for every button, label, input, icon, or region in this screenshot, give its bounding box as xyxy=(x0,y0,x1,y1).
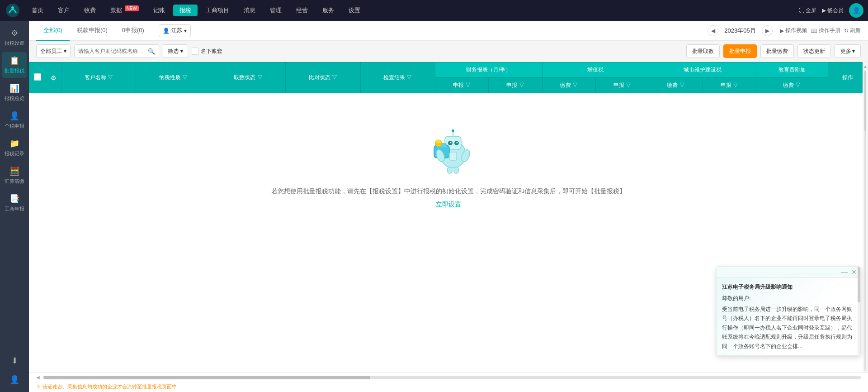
col-compare-status: 比对状态 ▽ xyxy=(286,62,360,93)
fetch-status-filter-icon[interactable]: ▽ xyxy=(257,74,263,81)
refresh-btn[interactable]: ↻ 刷新 xyxy=(844,27,861,34)
data-table: ⚙ 客户名称 ▽ 纳税性质 ▽ 取数状态 ▽ 比对状态 ▽ xyxy=(29,62,868,236)
empty-state: 若您想使用批量报税功能，请先在【报税设置】中进行报税的初始化设置，完成密码验证和… xyxy=(29,93,868,236)
svg-point-6 xyxy=(450,142,452,143)
col-edu-pay: 缴费 ▽ xyxy=(756,78,828,93)
toolbar-right-buttons: 批量取数 批量申报 批量缴费 状态更新 更多 ▾ xyxy=(686,44,861,58)
tax-overview-icon: 📊 xyxy=(9,83,19,93)
nav-invoice[interactable]: 票据 NEW xyxy=(104,4,145,16)
account-checkbox-label[interactable]: 名下账套 xyxy=(192,48,222,55)
more-btn[interactable]: 更多 ▾ xyxy=(835,44,861,58)
person-icon: 👤 xyxy=(163,28,170,34)
notification-close-btn[interactable]: ✕ xyxy=(851,268,857,276)
operation-video-btn[interactable]: ▶ 操作视频 xyxy=(780,27,807,34)
col-edu-declare: 申报 ▽ xyxy=(703,78,756,93)
tax-settings-icon: ⚙ xyxy=(11,28,18,38)
urban-pay-filter-icon[interactable]: ▽ xyxy=(679,82,685,88)
warning-icon: ⚠ xyxy=(36,384,41,390)
urban-declare-filter-icon[interactable]: ▽ xyxy=(626,82,631,88)
nav-settings[interactable]: 设置 xyxy=(342,5,367,16)
vip-btn[interactable]: ▶ 畅会员 xyxy=(822,7,844,14)
chevron-down-icon: ▾ xyxy=(184,28,187,34)
scroll-left-arrow[interactable]: ◀ xyxy=(36,375,40,380)
nav-operation[interactable]: 经营 xyxy=(290,5,314,16)
edu-pay-filter-icon[interactable]: ▽ xyxy=(795,82,801,88)
logo[interactable] xyxy=(5,2,21,19)
employee-filter-dropdown[interactable]: 全部员工 ▾ xyxy=(36,44,71,58)
notification-content: 受当前电子税务局进一步升级的影响，同一个政务网账号（办税人）名下的企业不能再同时… xyxy=(722,305,855,351)
vat-declare-filter-icon[interactable]: ▽ xyxy=(519,82,524,88)
sidebar-item-tax-overview[interactable]: 📊 报税总览 xyxy=(2,80,27,105)
edu-declare-filter-icon[interactable]: ▽ xyxy=(733,82,738,88)
col-vat-declare: 申报 ▽ xyxy=(489,78,542,93)
notification-minimize-btn[interactable]: — xyxy=(841,268,848,276)
fullscreen-btn[interactable]: ⛶ 全屏 xyxy=(799,7,816,14)
filter-button[interactable]: 筛选 ▾ xyxy=(163,44,188,58)
sidebar-item-tax-settings[interactable]: ⚙ 报税设置 xyxy=(2,24,27,50)
video-icon: ▶ xyxy=(780,28,784,34)
nav-business[interactable]: 工商项目 xyxy=(199,5,236,16)
col-financial-declare: 申报 ▽ xyxy=(435,78,488,93)
toolbar: 全部员工 ▾ 🔍 筛选 ▾ 名下账套 批量取数 批量申报 批量缴费 状态更新 xyxy=(29,41,868,62)
sidebar-item-personal-tax[interactable]: 👤 个税申报 xyxy=(2,107,27,133)
personal-tax-icon: 👤 xyxy=(9,111,19,121)
sidebar-item-annual-report[interactable]: 📑 工商年报 xyxy=(2,190,27,216)
svg-point-7 xyxy=(457,142,458,143)
batch-fetch-btn[interactable]: 批量取数 xyxy=(686,44,720,58)
tax-nature-filter-icon[interactable]: ▽ xyxy=(182,74,188,81)
col-urban-pay: 缴费 ▽ xyxy=(649,78,703,93)
nav-fee[interactable]: 收费 xyxy=(78,5,102,16)
nav-manage[interactable]: 管理 xyxy=(264,5,288,16)
customer-filter-icon[interactable]: ▽ xyxy=(108,74,113,81)
svg-rect-18 xyxy=(454,167,458,173)
tabs-actions: ▶ 操作视频 📖 操作手册 ↻ 刷新 xyxy=(780,27,861,34)
search-box[interactable]: 🔍 xyxy=(74,44,159,58)
sidebar-item-settlement[interactable]: 🧮 汇算清缴 xyxy=(2,163,27,188)
search-input[interactable] xyxy=(78,48,146,54)
annual-report-icon: 📑 xyxy=(9,194,19,204)
operation-manual-btn[interactable]: 📖 操作手册 xyxy=(811,27,840,34)
sidebar-download[interactable]: ⬇ xyxy=(2,352,27,369)
svg-rect-17 xyxy=(448,167,452,173)
robot-illustration xyxy=(421,120,476,175)
tab-all[interactable]: 全部 (0) xyxy=(36,21,70,41)
region-selector[interactable]: 👤 江苏 ▾ xyxy=(159,24,191,37)
account-checkbox[interactable] xyxy=(192,48,199,55)
fin-declare-filter-icon[interactable]: ▽ xyxy=(465,82,471,88)
nav-home[interactable]: 首页 xyxy=(25,5,50,16)
batch-declare-btn[interactable]: 批量申报 xyxy=(723,44,757,58)
notification-scrollbar[interactable] xyxy=(858,267,860,355)
horizontal-scrollbar[interactable] xyxy=(43,376,861,379)
sidebar-item-batch-tax[interactable]: 📋 批量报税 xyxy=(2,52,27,78)
scroll-up-arrow[interactable]: ▲ xyxy=(863,64,868,69)
nav-customer[interactable]: 客户 xyxy=(52,5,76,16)
setup-link[interactable]: 立即设置 xyxy=(436,201,461,209)
nav-service[interactable]: 服务 xyxy=(316,5,340,16)
sidebar-user[interactable]: 👤 xyxy=(2,371,27,388)
batch-tax-icon: 📋 xyxy=(9,56,19,66)
tab-zero-declaration[interactable]: 0申报 (0) xyxy=(115,21,151,41)
col-tax-nature: 纳税性质 ▽ xyxy=(136,62,211,93)
batch-pay-btn[interactable]: 批量缴费 xyxy=(760,44,794,58)
select-all-checkbox[interactable] xyxy=(34,73,41,81)
check-result-filter-icon[interactable]: ▽ xyxy=(406,74,412,81)
nav-tax[interactable]: 报税 xyxy=(173,5,198,16)
col-vat-pay: 缴费 ▽ xyxy=(542,78,595,93)
user-avatar[interactable]: 👤 xyxy=(849,3,863,18)
column-settings-icon[interactable]: ⚙ xyxy=(51,74,57,81)
nav-accounting[interactable]: 记账 xyxy=(147,5,171,16)
date-next-btn[interactable]: ▶ xyxy=(762,25,773,36)
tab-tax-declaration[interactable]: 税款申报 (0) xyxy=(70,21,115,41)
compare-status-filter-icon[interactable]: ▽ xyxy=(332,74,337,81)
sidebar: ⚙ 报税设置 📋 批量报税 📊 报税总览 👤 个税申报 📁 报税记录 🧮 汇算清… xyxy=(0,21,29,392)
status-update-btn[interactable]: 状态更新 xyxy=(797,44,831,58)
sidebar-item-tax-records[interactable]: 📁 报税记录 xyxy=(2,135,27,161)
fullscreen-icon: ⛶ xyxy=(799,7,804,14)
date-prev-btn[interactable]: ◀ xyxy=(708,25,718,36)
vat-pay-filter-icon[interactable]: ▽ xyxy=(572,82,578,88)
search-icon: 🔍 xyxy=(148,48,155,55)
nav-message[interactable]: 消息 xyxy=(237,5,262,16)
tax-records-icon: 📁 xyxy=(9,139,19,148)
notification-body: 江苏电子税务局升级影响通知 尊敬的用户: 受当前电子税务局进一步升级的影响，同一… xyxy=(717,278,860,355)
col-education-tax: 教育费附加 xyxy=(756,62,828,78)
